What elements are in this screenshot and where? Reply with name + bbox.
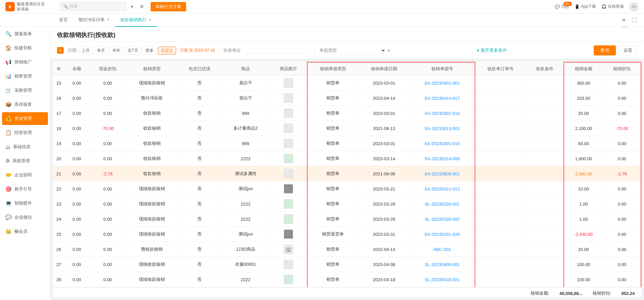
cell-verify-amount: 20.00: [564, 242, 603, 257]
search-box[interactable]: 🔍 搜索: [60, 2, 127, 11]
cell-collection-condition: [526, 197, 564, 212]
sidebar-item-finance[interactable]: 💰 资金管理: [2, 112, 48, 125]
cell-collection-condition: [526, 212, 564, 227]
bill-no-link[interactable]: SL-20230328-001: [425, 202, 460, 207]
cell-balance: 0.00: [65, 91, 89, 106]
date-btn-more[interactable]: 更多: [143, 47, 157, 54]
counterparty-input[interactable]: [243, 47, 303, 54]
cell-collection-condition: [526, 242, 564, 257]
sidebar-item-inventory[interactable]: 📦 库存核算: [0, 97, 50, 112]
voucher-type-select[interactable]: [339, 47, 386, 54]
date-btn-this-year[interactable]: 本年: [109, 47, 123, 54]
tab-actions: ✕ ⛶: [620, 16, 644, 24]
cell-collection-order-no: [475, 106, 526, 121]
cell-include-settled: 否: [177, 212, 222, 227]
table-row: 21 0.00 -2.76 收款核销 否 测试多属性 销货单 2021-08-0…: [53, 166, 641, 181]
cell-verify-amount: 10.00: [564, 181, 603, 197]
date-btn-this-month[interactable]: 本月: [94, 47, 108, 54]
bill-no-link[interactable]: SA-20230414-017: [424, 96, 460, 101]
user-avatar[interactable]: Rit: [629, 2, 639, 11]
cell-verify-bill-date: 2023-03-28: [359, 197, 410, 212]
date-btn-custom[interactable]: 自定义: [158, 47, 176, 54]
tab-collection-close[interactable]: ✕: [149, 17, 152, 22]
bill-no-link[interactable]: SA-20230321-012: [424, 186, 460, 191]
sidebar-item-sales[interactable]: 📊 销售管理: [0, 69, 50, 83]
bill-no-link[interactable]: SA-20230314-008: [424, 156, 460, 161]
th-settings[interactable]: ⚙: [53, 62, 65, 76]
sidebar-item-shortcut[interactable]: 🏠 快捷导航: [0, 41, 50, 55]
sidebar-item-wechat[interactable]: 💬 企业微信: [0, 210, 50, 224]
bill-no-link[interactable]: SA-20230301-010: [424, 111, 460, 116]
date-options: 上月 本月 本年 近7天 更多 自定义: [78, 47, 176, 54]
cell-collection-condition: [526, 121, 564, 136]
settings-icon[interactable]: ⚙: [137, 2, 147, 11]
sidebar-item-system[interactable]: ⚙ 系统管理: [0, 154, 50, 168]
cell-verify-amount: 360.00: [564, 76, 603, 91]
setting-button[interactable]: 设置: [619, 45, 637, 55]
expand-filter-btn[interactable]: ▾ 展开更多条件: [477, 47, 507, 53]
tab-home[interactable]: 首页: [54, 13, 73, 27]
app-download-btn[interactable]: 📱 App下载: [575, 4, 596, 9]
message-icon: 💬: [555, 4, 560, 9]
bill-no-link[interactable]: SA-20230301-010: [424, 141, 460, 146]
table-row: 28 0.00 0.00 现续收款核销 否 2222 销货单 2023-04-1…: [53, 272, 641, 287]
tab-collection[interactable]: 收款核销执行 ✕: [115, 13, 157, 27]
cell-goods: 多计量商品2: [222, 121, 270, 136]
tab-prepay[interactable]: 预付冲应付单 ✕: [73, 13, 115, 27]
sidebar-item-purchase[interactable]: 🛒 采购管理: [0, 83, 50, 97]
table-row: 22 0.00 0.00 现续收款核销 否 测试jun 🖼 销货单 2023-0…: [53, 181, 641, 197]
cell-goods: 2222: [222, 197, 270, 212]
refresh-button[interactable]: 🔄 刷新: [622, 27, 637, 28]
online-service-btn[interactable]: 🎧 在线客服: [601, 4, 624, 9]
cell-verify-amount: 1.00: [564, 197, 603, 212]
filter-collapse-btn[interactable]: »: [57, 47, 64, 54]
counterparty-dots[interactable]: ...: [305, 48, 311, 53]
cell-goods: 2222: [222, 272, 270, 287]
query-button[interactable]: 查询: [594, 45, 616, 55]
cell-collection-condition: [526, 181, 564, 197]
cell-balance: 0.00: [65, 257, 89, 272]
sidebar-item-search[interactable]: 🔍 搜索菜单: [0, 27, 50, 41]
cell-goods: 999: [222, 136, 270, 151]
date-btn-7days[interactable]: 近7天: [125, 47, 141, 54]
message-btn[interactable]: 💬 消息 99+: [555, 4, 569, 9]
bill-no-link[interactable]: SL-20230418-001: [425, 277, 460, 282]
sidebar-item-basic[interactable]: 🗂 基础信息: [0, 140, 50, 154]
th-goods: 商品: [222, 62, 270, 76]
cell-collection-order-no: [475, 197, 526, 212]
cell-goods: 测试jun: [222, 181, 270, 197]
bill-no-link[interactable]: SA-20210808-001: [424, 171, 460, 176]
sidebar-item-vip[interactable]: 👑 畅会员: [0, 224, 50, 239]
date-btn-last-month[interactable]: 上月: [78, 47, 93, 54]
export-button[interactable]: ⬆ 导出: [605, 27, 619, 28]
cell-collection-condition: [526, 272, 564, 287]
nav-dropdown[interactable]: ▾: [131, 4, 133, 9]
goods-image: [284, 109, 293, 118]
cell-verify-discount: 0.00: [603, 181, 641, 197]
bill-no-link[interactable]: SL-20230408-001: [425, 262, 460, 267]
cell-verify-bill-type: 销货单: [307, 242, 359, 257]
sidebar-item-marketing[interactable]: 📢 营销推广: [0, 55, 50, 69]
cell-goods: 2222: [222, 151, 270, 166]
sidebar-item-hardware[interactable]: 💻 智能硬件: [0, 196, 50, 210]
system-icon: ⚙: [5, 158, 10, 164]
maximize-btn[interactable]: ⛶: [631, 16, 639, 24]
th-verify-amount: 核销金额: [564, 62, 603, 76]
cell-num: 28: [53, 272, 65, 287]
bill-no-link[interactable]: SA-20230331-026: [424, 232, 460, 237]
th-collection-order-no: 收款单订单号: [475, 62, 526, 76]
bill-no-link[interactable]: SA-20210813-001: [424, 126, 460, 131]
close-window-btn[interactable]: ✕: [620, 16, 628, 24]
bill-no-link[interactable]: SA-20230301-001: [424, 81, 460, 86]
sidebar-item-enterprise[interactable]: 🤝 企业协同: [0, 168, 50, 182]
refresh-icon: 🔄: [622, 27, 627, 27]
bill-no-link[interactable]: ABC-001: [433, 247, 451, 252]
cell-collection-order-no: [475, 272, 526, 287]
solution-button[interactable]: 体验行业方案: [151, 2, 186, 11]
cell-verify-bill-date: 2021-08-08: [359, 166, 410, 181]
sidebar-item-operations[interactable]: 📋 经营管理: [0, 126, 50, 140]
bill-no-link[interactable]: SL-20230328-002: [425, 217, 460, 222]
tab-prepay-close[interactable]: ✕: [107, 17, 110, 22]
sidebar-item-guide[interactable]: 🎯 新手引导: [0, 182, 50, 196]
cell-verify-discount: -70.00: [603, 121, 641, 136]
